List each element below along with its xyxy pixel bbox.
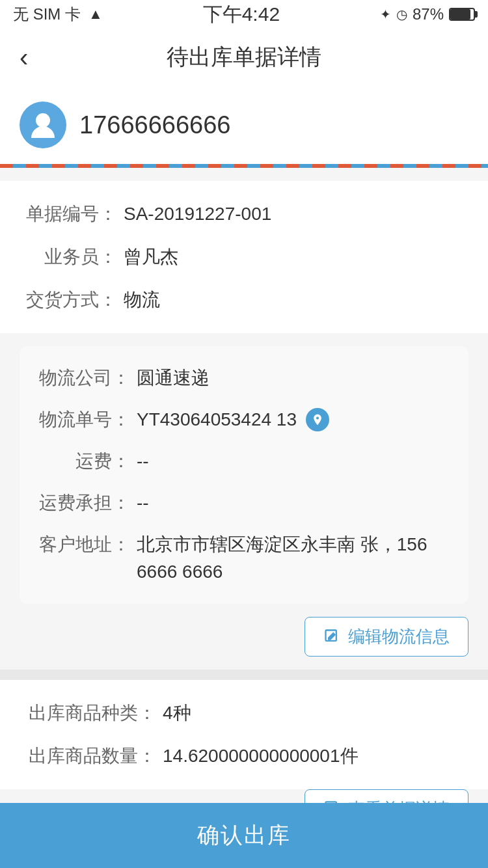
order-number-row: 单据编号： SA-20191227-001 [26, 200, 462, 228]
order-number-label: 单据编号： [26, 200, 117, 228]
status-left: 无 SIM 卡 ▲ [13, 4, 103, 25]
status-time: 下午4:42 [203, 1, 280, 28]
gray-separator [0, 670, 488, 680]
edit-icon [323, 628, 342, 646]
delivery-value: 物流 [124, 286, 462, 314]
track-location-icon[interactable] [306, 408, 329, 431]
tracking-label: 物流单号： [39, 406, 130, 433]
logistics-company-row: 物流公司： 圆通速递 [39, 364, 449, 392]
logistics-card: 物流公司： 圆通速递 物流单号： YT43064053424 13 运费： --… [20, 346, 468, 604]
goods-quantity-row: 出库商品数量： 14.620000000000001件 [26, 742, 462, 770]
goods-quantity-label: 出库商品数量： [26, 742, 156, 770]
back-button[interactable]: ‹ [20, 44, 28, 70]
edit-btn-label: 编辑物流信息 [348, 625, 450, 648]
goods-type-label: 出库商品种类： [26, 699, 156, 727]
goods-section: 出库商品种类： 4种 出库商品数量： 14.620000000000001件 [0, 680, 488, 789]
tracking-row: 物流单号： YT43064053424 13 [39, 406, 449, 433]
location-pin-icon [311, 413, 324, 426]
logistics-company-label: 物流公司： [39, 364, 130, 392]
status-right: ✦ ◷ 87% [380, 5, 475, 23]
freight-row: 运费： -- [39, 448, 449, 475]
freight-bear-value: -- [137, 489, 449, 517]
goods-quantity-value: 14.620000000000001件 [163, 742, 462, 770]
logistics-company-value: 圆通速递 [137, 364, 449, 392]
status-bar: 无 SIM 卡 ▲ 下午4:42 ✦ ◷ 87% [0, 0, 488, 29]
battery-fill [450, 9, 470, 20]
tracking-number: YT43064053424 13 [137, 406, 297, 433]
agent-label: 业务员： [26, 243, 117, 271]
battery-icon [449, 8, 475, 21]
edit-btn-row: 编辑物流信息 [0, 604, 488, 657]
location-icon: ✦ [380, 7, 391, 22]
person-icon [30, 112, 56, 138]
dashed-divider [0, 164, 488, 168]
address-row: 客户地址： 北京市市辖区海淀区永丰南 张，156 6666 6666 [39, 531, 449, 586]
nav-bar: ‹ 待出库单据详情 [0, 29, 488, 86]
page-title: 待出库单据详情 [167, 42, 321, 72]
confirm-btn-wrapper: 确认出库 [0, 803, 488, 868]
order-info-section: 单据编号： SA-20191227-001 业务员： 曾凡杰 交货方式： 物流 [0, 181, 488, 333]
delivery-label: 交货方式： [26, 286, 117, 314]
order-number-value: SA-20191227-001 [124, 200, 462, 228]
freight-label: 运费： [39, 448, 130, 475]
battery-percent: 87% [413, 5, 444, 23]
customer-header: 17666666666 [0, 86, 488, 164]
customer-phone: 17666666666 [79, 111, 230, 139]
agent-row: 业务员： 曾凡杰 [26, 243, 462, 271]
agent-value: 曾凡杰 [124, 243, 462, 271]
tracking-value: YT43064053424 13 [137, 406, 449, 433]
carrier-label: 无 SIM 卡 [13, 4, 81, 25]
goods-type-value: 4种 [163, 699, 462, 727]
alarm-icon: ◷ [396, 7, 407, 22]
wifi-icon: ▲ [88, 6, 103, 23]
address-value: 北京市市辖区海淀区永丰南 张，156 6666 6666 [137, 531, 449, 586]
freight-value: -- [137, 448, 449, 475]
address-label: 客户地址： [39, 531, 130, 558]
edit-logistics-button[interactable]: 编辑物流信息 [305, 617, 468, 657]
confirm-button[interactable]: 确认出库 [0, 803, 488, 868]
freight-bear-row: 运费承担： -- [39, 489, 449, 517]
goods-type-row: 出库商品种类： 4种 [26, 699, 462, 727]
freight-bear-label: 运费承担： [39, 489, 130, 517]
delivery-row: 交货方式： 物流 [26, 286, 462, 314]
avatar [20, 102, 66, 148]
